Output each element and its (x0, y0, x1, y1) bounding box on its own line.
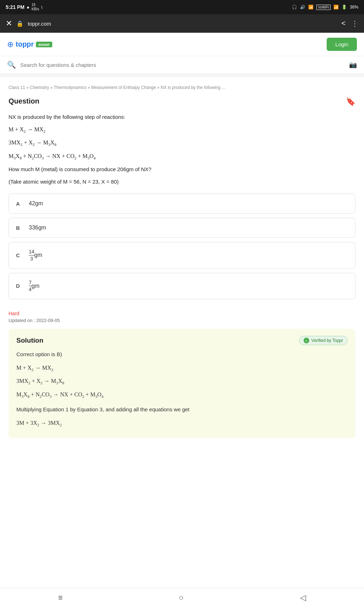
search-bar: 🔍 📷 (0, 56, 364, 74)
option-c-letter: C (16, 252, 23, 258)
search-input[interactable] (20, 62, 345, 68)
hamburger-menu-icon[interactable]: ≡ (58, 593, 63, 602)
verified-badge: ✓ Verified by Toppr (299, 336, 348, 345)
question-condition: (Take atomic weight of M = 56, N = 23, X… (9, 177, 355, 186)
breadcrumb-sep4: » (157, 85, 161, 90)
solution-explanation: Multiplying Equation 1 by Equation 3, an… (16, 405, 348, 415)
section-divider (0, 74, 364, 77)
solution-reaction-3: M3X8 + N2CO3 → NX + CO2 + M3O4 (16, 389, 348, 400)
main-content: Class 11 » Chemistry » Thermodynamics » … (0, 77, 364, 445)
question-header: Question 🔖 (9, 97, 355, 106)
option-d[interactable]: D 7 4 gm (9, 273, 355, 300)
breadcrumb-sep1: » (26, 85, 30, 90)
question-body: NX is produced by the following step of … (9, 112, 355, 186)
breadcrumb: Class 11 » Chemistry » Thermodynamics » … (9, 84, 355, 91)
status-time: 5:21 PM (6, 4, 25, 10)
toppr-logo: ⊕ toppr answr (7, 40, 52, 49)
status-bar: 5:21 PM ● 15KB/s \ 🎧 🔊 📶 VoWiFi 📶 🔋 36% (0, 0, 364, 14)
verified-text: Verified by Toppr (311, 338, 343, 343)
reaction-2: 3MX2 + X2 → M3X8 (9, 138, 355, 148)
breadcrumb-sep3: » (88, 85, 91, 90)
search-icon: 🔍 (7, 60, 16, 69)
question-ask: How much M (metal) is consumed to produc… (9, 164, 355, 174)
kb-speed: 15KB/s (32, 3, 39, 11)
battery-icon: 🔋 (342, 5, 347, 10)
solution-header: Solution ✓ Verified by Toppr (16, 336, 348, 345)
home-circle-icon[interactable]: ○ (179, 593, 183, 602)
toppr-brand-name: toppr (16, 40, 34, 48)
camera-icon[interactable]: 📷 (349, 61, 357, 69)
question-intro: NX is produced by the following step of … (9, 112, 355, 122)
option-d-letter: D (16, 283, 23, 289)
headphone-icon: 🎧 (292, 5, 297, 10)
difficulty-label: Hard (9, 311, 355, 316)
vowifi-icon: VoWiFi (316, 5, 331, 10)
volume-icon: 🔊 (300, 5, 305, 10)
wifi-icon: 📶 (308, 5, 314, 10)
fraction-d-denominator: 4 (29, 286, 32, 292)
bottom-nav: ≡ ○ ◁ (0, 588, 364, 607)
option-b-text: 336gm (29, 225, 46, 231)
solution-title: Solution (16, 337, 43, 344)
option-c[interactable]: C 14 3 gm (9, 242, 355, 269)
backslash: \ (41, 5, 43, 10)
lock-icon: 🔒 (16, 20, 23, 27)
fraction-c-denominator: 3 (30, 255, 33, 262)
option-d-fraction: 7 4 gm (29, 280, 39, 293)
browser-actions: < ⋮ (341, 19, 358, 28)
solution-box: Solution ✓ Verified by Toppr Correct opt… (9, 329, 355, 438)
signal-bars-icon: 📶 (333, 5, 339, 10)
reaction-3: M3X8 + N2CO3 → NX + CO2 + M3O4 (9, 151, 355, 162)
breadcrumb-topic: Thermodynamics (54, 85, 86, 90)
option-c-fraction: 14 3 gm (29, 249, 42, 262)
battery-percent: 36% (350, 5, 358, 10)
option-a[interactable]: A 42gm (9, 194, 355, 213)
breadcrumb-class: Class 11 (9, 85, 25, 90)
reaction-1: M + X2 → MX2 (9, 125, 355, 135)
login-button[interactable]: Login (327, 38, 357, 51)
status-right: 🎧 🔊 📶 VoWiFi 📶 🔋 36% (292, 5, 358, 10)
back-arrow-icon[interactable]: ◁ (300, 593, 306, 602)
options-container: A 42gm B 336gm C 14 3 gm D 7 4 (9, 194, 355, 304)
solution-result-reaction: 3M + 3X2 → 3MX2 (16, 418, 348, 429)
bookmark-icon[interactable]: 🔖 (346, 97, 355, 106)
meta-info: Hard Updated on : 2022-09-05 (9, 311, 355, 323)
browser-url[interactable]: toppr.com (28, 21, 337, 27)
toppr-circle-icon: ⊕ (7, 40, 14, 49)
solution-reaction-1: M + X2 → MX2 (16, 363, 348, 374)
solution-correct-option: Correct option is B) (16, 349, 348, 360)
option-a-text: 42gm (29, 200, 43, 207)
option-b-letter: B (16, 225, 23, 231)
app-header: ⊕ toppr answr Login (0, 33, 364, 56)
signal-icon: ● (27, 5, 30, 10)
fraction-d-numerator: 7 (29, 280, 32, 286)
share-icon[interactable]: < (341, 19, 346, 28)
more-options-icon[interactable]: ⋮ (351, 19, 358, 28)
breadcrumb-sep2: » (50, 85, 54, 90)
option-a-letter: A (16, 201, 23, 207)
browser-bar: ✕ 🔒 toppr.com < ⋮ (0, 14, 364, 33)
solution-text: Correct option is B) M + X2 → MX2 3MX2 +… (16, 349, 348, 429)
breadcrumb-page: NX is produced by the following ... (161, 85, 225, 90)
option-b[interactable]: B 336gm (9, 218, 355, 238)
answr-badge: answr (36, 42, 52, 47)
updated-date: Updated on : 2022-09-05 (9, 318, 355, 323)
status-left: 5:21 PM ● 15KB/s \ (6, 3, 43, 11)
solution-reaction-2: 3MX2 + X2 → M3X8 (16, 376, 348, 387)
question-label: Question (9, 97, 39, 105)
verified-check-icon: ✓ (304, 338, 309, 343)
breadcrumb-subject: Chemistry (30, 85, 49, 90)
fraction-c-numerator: 14 (29, 249, 34, 255)
breadcrumb-subtopic: Measurement of Enthalpy Change (91, 85, 156, 90)
close-tab-icon[interactable]: ✕ (6, 19, 12, 28)
